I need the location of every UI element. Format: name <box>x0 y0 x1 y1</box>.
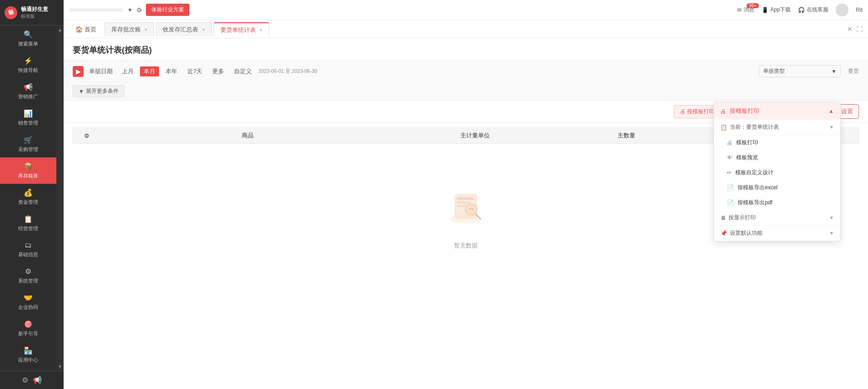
tab-order-close[interactable]: × <box>259 27 262 33</box>
scroll-up-arrow[interactable]: ▲ <box>58 27 62 32</box>
gear-icon[interactable]: ⚙ <box>136 6 142 14</box>
tab-receipt-label: 收发存汇总表 <box>163 25 198 34</box>
tab-batch-account[interactable]: 库存批次账 × <box>105 22 154 36</box>
default-func-label: 设置默认功能 <box>730 229 763 237</box>
tab-batch-close[interactable]: × <box>145 27 147 32</box>
tab-receipt-close[interactable]: × <box>202 27 205 32</box>
date-btn-last-month[interactable]: 上月 <box>118 66 137 76</box>
sidebar-item-sales[interactable]: 📊 销售管理 <box>0 105 56 131</box>
sidebar-item-finance[interactable]: 💰 资金管理 <box>0 184 56 210</box>
top-bar-right: ✉ 消息 99+ 📱 App下载 🎧 在线客服 Rit <box>737 4 863 16</box>
print-dropdown-menu: 🖨 按模板打印 ▲ 📋 当前：要货单统计表 ▼ 🖨 模板打印 <box>713 102 841 242</box>
default-label-wrapper: 📌 设置默认功能 <box>720 229 763 237</box>
dropdown-display-section: 🖥 按显示打印 ▼ <box>714 210 840 226</box>
sidebar-item-label: 系统管理 <box>18 278 38 284</box>
dropdown-default-header[interactable]: 📌 设置默认功能 ▼ <box>714 226 840 241</box>
logo-text-block: 畅通好生意 标准版 <box>21 5 48 20</box>
export-excel-icon: 📄 <box>727 184 734 191</box>
dropdown-display-header[interactable]: 🖥 按显示打印 ▼ <box>714 210 840 225</box>
dropdown-item-export-pdf[interactable]: 📄 按模板导出pdf <box>714 195 840 210</box>
sidebar-item-search[interactable]: 🔍 搜索菜单 <box>0 25 56 52</box>
default-func-icon: 📌 <box>720 230 727 237</box>
lightning-icon: ⚡ <box>24 56 33 65</box>
sidebar-item-operations[interactable]: 📋 经营管理 <box>0 210 56 237</box>
tab-order-stat[interactable]: 要货单统计表 × <box>214 22 269 37</box>
maximize-icon[interactable]: ⛶ <box>856 25 863 33</box>
type-select[interactable]: 单据类型 ▼ <box>759 65 841 77</box>
sidebar-item-quick-nav[interactable]: ⚡ 快捷导航 <box>0 52 56 78</box>
date-btn-this-month[interactable]: 本月 <box>140 66 159 76</box>
date-btn-7days[interactable]: 近7天 <box>184 66 206 76</box>
tab-batch-label: 库存批次账 <box>111 25 141 34</box>
filter-toggle-btn[interactable]: ▶ <box>73 66 84 77</box>
dropdown-item-export-excel[interactable]: 📄 按模板导出excel <box>714 180 840 195</box>
sidebar-item-basics[interactable]: 🗂 基础信息 <box>0 237 56 263</box>
template-print-label: 模板打印 <box>736 139 758 147</box>
sidebar-item-label: 资金管理 <box>18 199 38 206</box>
th-gear[interactable]: ⚙ <box>78 132 96 139</box>
close-window-icon[interactable]: ✕ <box>847 25 853 33</box>
dropdown-header[interactable]: 🖨 按模板打印 ▲ <box>714 102 840 120</box>
export-pdf-icon: 📄 <box>727 199 734 206</box>
dropdown-collapse-btn[interactable]: ▲ <box>828 108 834 114</box>
app-icon: 📱 <box>762 7 768 13</box>
sidebar-item-label: 新手引导 <box>18 330 38 337</box>
avatar[interactable] <box>836 4 848 16</box>
sidebar-item-marketing[interactable]: 📢 营销推广 <box>0 78 56 105</box>
type-label: 单据类型 <box>763 67 785 75</box>
system-icon: ⚙ <box>25 267 31 276</box>
dropdown-default-section: 📌 设置默认功能 ▼ <box>714 226 840 241</box>
dropdown-current-section: 📋 当前：要货单统计表 ▼ <box>714 120 840 135</box>
sidebar-item-inventory[interactable]: 📦 库存核算 <box>0 157 56 184</box>
printer-icon: 🖨 <box>720 108 726 115</box>
message-btn[interactable]: ✉ 消息 99+ <box>737 6 754 14</box>
page-title: 要货单统计表(按商品) <box>64 38 868 61</box>
current-icon: 📋 <box>720 124 727 131</box>
scroll-down-arrow[interactable]: ▼ <box>58 364 62 369</box>
date-btn-this-year[interactable]: 本年 <box>162 66 181 76</box>
display-chevron-icon: ▼ <box>829 215 834 220</box>
sidebar-item-appstore[interactable]: 🏪 应用中心 <box>0 342 56 368</box>
dropdown-current-header[interactable]: 📋 当前：要货单统计表 ▼ <box>714 120 840 135</box>
search-box <box>69 8 124 12</box>
sidebar-item-label: 经营管理 <box>18 225 38 232</box>
settings-icon[interactable]: ⚙ <box>22 376 28 384</box>
app-download-btn[interactable]: 📱 App下载 <box>762 6 791 14</box>
sidebar-item-wechat[interactable]: 💬 企业微信 <box>0 368 56 371</box>
tab-order-label: 要货单统计表 <box>220 26 256 34</box>
export-excel-label: 按模板导出excel <box>738 184 778 192</box>
purchase-icon: 🛒 <box>24 136 33 144</box>
tab-receipt-summary[interactable]: 收发存汇总表 × <box>156 22 211 36</box>
expand-conditions-btn[interactable]: ▼ 展开更多条件 <box>73 85 125 97</box>
sidebar-footer: ⚙ 📢 <box>0 371 64 389</box>
speaker-icon[interactable]: 📢 <box>33 376 42 384</box>
inventory-icon: 📦 <box>24 162 33 171</box>
online-service-label: 在线客服 <box>807 6 828 14</box>
order-type-label: 要货 <box>848 67 859 75</box>
display-print-label: 按显示打印 <box>728 214 756 222</box>
date-btn-custom[interactable]: 自定义 <box>230 66 255 76</box>
empty-illustration <box>443 185 489 234</box>
dropdown-item-template-preview[interactable]: 👁 模板预览 <box>714 150 840 165</box>
sidebar-item-collab[interactable]: 🤝 企业协同 <box>0 289 56 315</box>
sidebar-item-purchase[interactable]: 🛒 采购管理 <box>0 131 56 157</box>
logo-icon: 畅 <box>5 6 17 19</box>
sidebar-item-label: 库存核算 <box>18 172 38 179</box>
empty-text: 暂无数据 <box>454 242 478 250</box>
expand-bar: ▼ 展开更多条件 <box>64 82 868 101</box>
dropdown-item-template-print[interactable]: 🖨 模板打印 <box>714 135 840 150</box>
dropdown-item-template-design[interactable]: ✏ 模板自定义设计 <box>714 165 840 180</box>
tab-actions: ✕ ⛶ <box>847 25 863 33</box>
dropdown-arrow[interactable]: ▼ <box>127 7 133 13</box>
sidebar: 畅 畅通好生意 标准版 🔍 搜索菜单 ⚡ 快捷导航 📢 营销推广 📊 销售管理 <box>0 0 64 389</box>
chevron-down-icon: ▼ <box>829 125 834 130</box>
industry-btn[interactable]: 体验行业方案 <box>146 4 190 16</box>
tab-home[interactable]: 🏠 首页 <box>69 23 103 36</box>
sidebar-item-label: 采购管理 <box>18 146 38 153</box>
online-service-btn[interactable]: 🎧 在线客服 <box>798 6 828 14</box>
sidebar-item-guide[interactable]: 🎯 新手引导 <box>0 315 56 342</box>
sidebar-item-system[interactable]: ⚙ 系统管理 <box>0 263 56 289</box>
date-btn-more[interactable]: 更多 <box>209 66 228 76</box>
print-label: 按模板打印 <box>687 108 714 116</box>
sidebar-nav: 🔍 搜索菜单 ⚡ 快捷导航 📢 营销推广 📊 销售管理 🛒 采购管理 📦 <box>0 25 56 371</box>
